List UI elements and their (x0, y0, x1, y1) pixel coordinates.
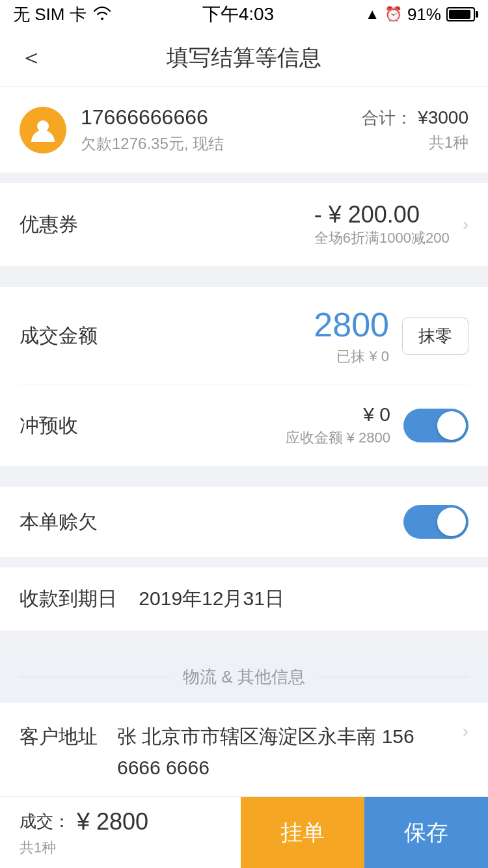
coupon-label: 优惠券 (20, 211, 78, 238)
toggle-knob (437, 411, 466, 440)
page-title: 填写结算等信息 (167, 43, 321, 73)
avatar (20, 107, 66, 154)
amount-value-group: 2800 已抹 ¥ 0 (314, 305, 389, 366)
customer-row: 17666666666 欠款1276.35元, 现结 合计： ¥3000 共1种 (0, 87, 488, 172)
avatar-icon (29, 116, 57, 144)
total-value: ¥3000 (418, 107, 468, 128)
amount-right-group: 2800 已抹 ¥ 0 抹零 (314, 305, 468, 366)
section-divider-2 (0, 476, 488, 487)
customer-total: 合计： ¥3000 共1种 (362, 107, 468, 153)
duedate-section: 收款到期日 2019年12月31日 (0, 567, 488, 631)
logistics-header: 物流 & 其他信息 (0, 651, 488, 703)
bottom-summary-label: 成交： (20, 810, 70, 833)
debit-toggle[interactable] (403, 505, 468, 539)
prepay-sub: 应收金额 ¥ 2800 (286, 428, 390, 448)
total-count: 共1种 (362, 132, 468, 153)
debit-toggle-knob (437, 508, 466, 536)
prepay-row: 冲预收 ¥ 0 应收金额 ¥ 2800 (20, 385, 468, 466)
prepay-amount: ¥ 0 (286, 403, 390, 426)
status-bar-time: 下午4:03 (202, 2, 275, 27)
debit-row: 本单赊欠 (0, 487, 488, 557)
prepay-toggle[interactable] (403, 409, 468, 442)
chevron-right-icon: › (463, 214, 468, 235)
duedate-value: 2019年12月31日 (139, 588, 284, 609)
bottom-summary: 成交： ¥ 2800 共1种 (0, 808, 241, 858)
save-button[interactable]: 保存 (364, 797, 488, 869)
total-line: 合计： ¥3000 (362, 107, 468, 129)
address-chevron: › (450, 721, 468, 742)
battery-fill (449, 10, 470, 19)
duedate-label: 收款到期日 2019年12月31日 (20, 588, 284, 609)
section-divider-1 (0, 277, 488, 287)
nav-bar: ＜ 填写结算等信息 (0, 29, 488, 87)
address-value: 张 北京市市辖区海淀区永丰南 156 6666 6666 (117, 721, 450, 783)
alarm-icon: ⏰ (385, 6, 402, 23)
prepay-label: 冲预收 (20, 413, 78, 439)
amount-sub: 已抹 ¥ 0 (314, 347, 389, 366)
wifi-icon (93, 5, 111, 25)
bottom-summary-top: 成交： ¥ 2800 (20, 808, 221, 835)
status-bar-right: ▲ ⏰ 91% (365, 5, 475, 25)
coupon-info: - ¥ 200.00 全场6折满1000减200 (314, 201, 450, 248)
round-zero-button[interactable]: 抹零 (402, 318, 468, 355)
address-chevron-icon: › (463, 721, 468, 742)
customer-phone: 17666666666 (81, 105, 362, 129)
status-bar-left: 无 SIM 卡 (13, 3, 111, 26)
bottom-summary-value: ¥ 2800 (77, 808, 148, 835)
amount-section: 成交金额 2800 已抹 ¥ 0 抹零 冲预收 ¥ 0 应收金额 ¥ 2800 (0, 287, 488, 466)
debit-label: 本单赊欠 (20, 509, 98, 536)
address-row[interactable]: 客户地址 张 北京市市辖区海淀区永丰南 156 6666 6666 › (0, 703, 488, 802)
back-button[interactable]: ＜ (20, 42, 43, 74)
logistics-line-right (318, 677, 468, 677)
coupon-right: - ¥ 200.00 全场6折满1000减200 › (314, 201, 468, 248)
status-bar: 无 SIM 卡 下午4:03 ▲ ⏰ 91% (0, 0, 488, 29)
prepay-values: ¥ 0 应收金额 ¥ 2800 (286, 403, 390, 448)
coupon-row[interactable]: 优惠券 - ¥ 200.00 全场6折满1000减200 › (0, 183, 488, 266)
customer-sub: 欠款1276.35元, 现结 (81, 133, 362, 154)
carrier-label: 无 SIM 卡 (13, 3, 87, 26)
battery-percent: 91% (407, 5, 441, 25)
logistics-line-left (20, 677, 170, 677)
bottom-summary-count: 共1种 (20, 838, 221, 858)
total-label: 合计： (362, 108, 413, 128)
coupon-discount: - ¥ 200.00 (314, 201, 450, 228)
hang-button[interactable]: 挂单 (241, 797, 364, 869)
location-icon: ▲ (365, 6, 379, 23)
amount-value: 2800 (314, 305, 389, 344)
battery-icon (446, 7, 475, 21)
customer-info: 17666666666 欠款1276.35元, 现结 (81, 105, 362, 154)
logistics-title: 物流 & 其他信息 (170, 666, 318, 688)
coupon-desc: 全场6折满1000减200 (314, 228, 450, 248)
section-divider-3 (0, 641, 488, 651)
amount-label: 成交金额 (20, 323, 98, 349)
amount-row: 成交金额 2800 已抹 ¥ 0 抹零 (20, 287, 468, 385)
bottom-bar: 成交： ¥ 2800 共1种 挂单 保存 (0, 796, 488, 868)
prepay-right: ¥ 0 应收金额 ¥ 2800 (286, 403, 468, 448)
address-label: 客户地址 (20, 721, 98, 752)
